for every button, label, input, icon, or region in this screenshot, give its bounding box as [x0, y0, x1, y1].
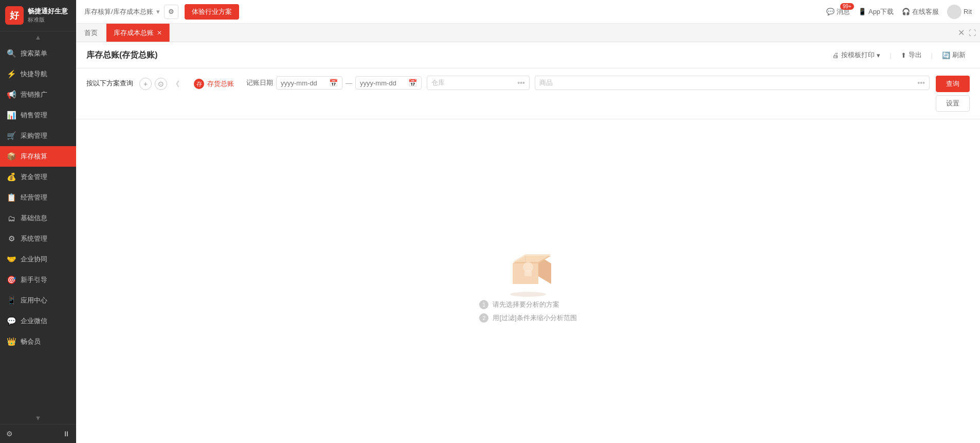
breadcrumb-dropdown-icon[interactable]: ▾	[156, 8, 160, 15]
date-end-field[interactable]	[360, 79, 406, 87]
wechat-icon: 💬	[6, 316, 16, 326]
flash-icon: ⚡	[6, 69, 16, 79]
sidebar-item-shortcut[interactable]: ⚡ 快捷导航	[0, 64, 76, 84]
username-label: Rit	[964, 8, 972, 15]
sidebar-item-marketing[interactable]: 📢 营销推广	[0, 84, 76, 105]
filter-add-btn[interactable]: +	[139, 78, 152, 90]
headset-icon: 🎧	[902, 8, 910, 15]
product-placeholder: 商品	[539, 78, 915, 87]
message-btn[interactable]: 💬 消息 99+	[826, 7, 850, 16]
search-icon: 🔍	[6, 49, 16, 58]
crown-icon: 👑	[6, 337, 16, 346]
sidebar-item-enterprise[interactable]: 🤝 企业协同	[0, 249, 76, 270]
sidebar-item-member[interactable]: 👑 畅会员	[0, 331, 76, 352]
settings-btn[interactable]: 设置	[936, 95, 970, 112]
warehouse-more-icon[interactable]: •••	[517, 79, 525, 87]
scheme-item[interactable]: 存 存货总账	[188, 76, 240, 92]
data-area: 1 请先选择要分析的方案 2 用[过滤]条件来缩小分析范围	[76, 119, 980, 443]
tab-label: 库存成本总账	[114, 28, 154, 38]
header-settings-btn[interactable]: ⚙	[164, 5, 178, 19]
avatar	[947, 5, 961, 19]
sidebar-item-sales[interactable]: 📊 销售管理	[0, 105, 76, 126]
date-start-input[interactable]: 📅	[276, 76, 342, 90]
sidebar: 好 畅捷通好生意 标准版 ▲ 🔍 搜索菜单 ⚡ 快捷导航 📢 营销推广 📊 销售…	[0, 0, 76, 443]
app-edition: 标准版	[28, 16, 68, 23]
industry-btn[interactable]: 体验行业方案	[185, 4, 239, 20]
handshake-icon: 🤝	[6, 255, 16, 264]
svg-point-0	[510, 292, 546, 297]
refresh-btn[interactable]: 🔄 刷新	[938, 48, 970, 62]
sidebar-audio-btn[interactable]: ⏸	[63, 430, 70, 438]
calendar-start-icon[interactable]: 📅	[329, 79, 338, 87]
scheme-icon: 存	[194, 79, 204, 89]
cart-icon: 🛒	[6, 131, 16, 140]
hint-1: 1 请先选择要分析的方案	[479, 300, 576, 309]
box-svg	[502, 240, 554, 297]
tab-close-btn[interactable]: ✕	[157, 29, 162, 37]
empty-hints: 1 请先选择要分析的方案 2 用[过滤]条件来缩小分析范围	[479, 300, 576, 323]
sidebar-nav: 🔍 搜索菜单 ⚡ 快捷导航 📢 营销推广 📊 销售管理 🛒 采购管理 📦 库存核…	[0, 43, 76, 412]
hint-num-1: 1	[479, 300, 488, 309]
action-sep-2: |	[931, 51, 933, 59]
scheme-label: 存货总账	[207, 79, 234, 88]
query-btn[interactable]: 查询	[936, 76, 970, 92]
sidebar-item-operation[interactable]: 📋 经营管理	[0, 187, 76, 208]
settings-icon: ⚙	[168, 8, 174, 15]
top-header: 库存核算/库存成本总账 ▾ ⚙ 体验行业方案 💬 消息 99+ 📱 App下载 …	[76, 0, 980, 24]
filter-collapse-btn[interactable]: 《	[170, 78, 182, 89]
clipboard-icon: 📋	[6, 193, 16, 202]
tab-bar: 首页 库存成本总账 ✕ ✕ ⛶	[76, 24, 980, 42]
sidebar-item-purchase[interactable]: 🛒 采购管理	[0, 126, 76, 146]
header-left: 库存核算/库存成本总账 ▾ ⚙ 体验行业方案	[84, 4, 826, 20]
sidebar-item-search[interactable]: 🔍 搜索菜单	[0, 43, 76, 64]
sidebar-item-basic[interactable]: 🗂 基础信息	[0, 208, 76, 228]
target-icon: 🎯	[6, 275, 16, 285]
calendar-end-icon[interactable]: 📅	[408, 79, 417, 87]
filter-fields: 记账日期 📅 — 📅 仓库 •••	[246, 76, 930, 90]
export-btn[interactable]: ⬆ 导出	[897, 48, 926, 62]
box-icon: 📦	[6, 152, 16, 161]
logo-icon: 好	[5, 6, 24, 25]
svg-rect-7	[524, 270, 532, 276]
date-end-input[interactable]: 📅	[355, 76, 422, 90]
panel-close-btn[interactable]: ✕	[958, 28, 965, 38]
hint-text-1: 请先选择要分析的方案	[493, 300, 559, 309]
tab-inventory-ledger[interactable]: 库存成本总账 ✕	[106, 24, 170, 42]
warehouse-field[interactable]: 仓库 •••	[427, 76, 530, 90]
product-more-icon[interactable]: •••	[917, 79, 925, 87]
sidebar-item-system[interactable]: ⚙ 系统管理	[0, 228, 76, 249]
hint-2: 2 用[过滤]条件来缩小分析范围	[479, 313, 576, 323]
sidebar-item-guide[interactable]: 🎯 新手引导	[0, 270, 76, 290]
megaphone-icon: 📢	[6, 90, 16, 99]
empty-illustration: 1 请先选择要分析的方案 2 用[过滤]条件来缩小分析范围	[479, 240, 576, 323]
export-icon: ⬆	[901, 51, 906, 59]
message-badge: 99+	[840, 3, 854, 10]
panel-resize-btn[interactable]: ⛶	[969, 29, 976, 37]
scroll-up-btn[interactable]: ▲	[0, 31, 76, 43]
mobile-icon: 📱	[6, 296, 16, 305]
sidebar-item-finance[interactable]: 💰 资金管理	[0, 167, 76, 187]
sidebar-item-inventory[interactable]: 📦 库存核算	[0, 146, 76, 167]
empty-box-image	[502, 240, 554, 292]
product-field[interactable]: 商品 •••	[535, 76, 930, 90]
message-icon: 💬	[826, 8, 834, 15]
date-separator: —	[346, 79, 352, 87]
scroll-down-btn[interactable]: ▼	[0, 412, 76, 424]
date-field-group: 记账日期 📅 — 📅	[246, 76, 422, 90]
page-header-actions: 🖨 按模板打印 ▾ | ⬆ 导出 | 🔄 刷新	[828, 48, 970, 62]
app-download-btn[interactable]: 📱 App下载	[858, 7, 894, 16]
user-menu-btn[interactable]: Rit	[947, 5, 972, 19]
filter-setting-btn[interactable]: ⊙	[155, 78, 167, 90]
date-start-field[interactable]	[281, 79, 327, 87]
tab-home[interactable]: 首页	[76, 24, 106, 42]
breadcrumb: 库存核算/库存成本总账 ▾	[84, 7, 160, 16]
sidebar-item-app[interactable]: 📱 应用中心	[0, 290, 76, 311]
online-service-btn[interactable]: 🎧 在线客服	[902, 7, 939, 16]
sidebar-item-wechat[interactable]: 💬 企业微信	[0, 311, 76, 331]
hint-text-2: 用[过滤]条件来缩小分析范围	[493, 313, 576, 323]
sidebar-settings-btn[interactable]: ⚙	[6, 430, 13, 438]
chart-icon: 📊	[6, 111, 16, 120]
print-btn[interactable]: 🖨 按模板打印 ▾	[828, 48, 884, 62]
app-logo: 好 畅捷通好生意 标准版	[0, 0, 76, 31]
logo-text: 畅捷通好生意 标准版	[28, 7, 68, 23]
